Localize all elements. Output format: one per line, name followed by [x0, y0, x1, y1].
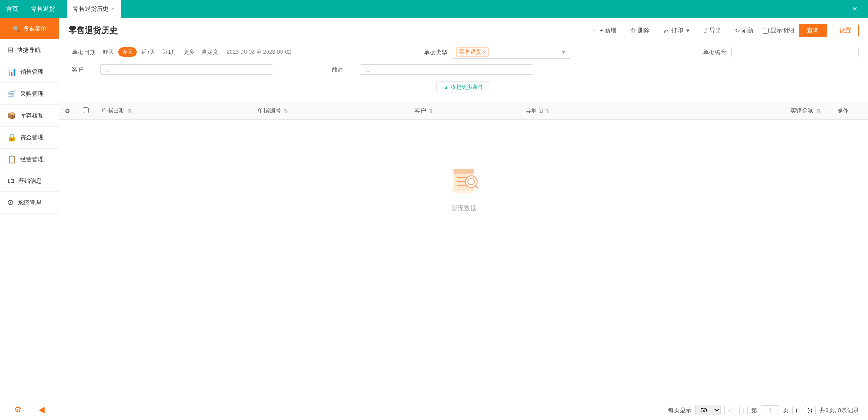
content-area: 零售退货历史 ＋ + 新增 🗑 删除 🖨 打印 ▼ [59, 18, 868, 420]
doc-no-label: 单据编号 [699, 48, 731, 56]
empty-state: 暂无数据 [59, 120, 868, 249]
tab-retail-return[interactable]: 零售退货 × [25, 0, 67, 18]
type-select[interactable]: 零售退货 × ▼ [452, 46, 570, 59]
col-doc-date[interactable]: 单据日期 ⇅ [96, 102, 252, 120]
col-customer[interactable]: 客户 ⇅ [409, 102, 520, 120]
close-tab-retail-return-history[interactable]: × [111, 6, 114, 12]
table-settings-icon[interactable]: ⚙ [65, 108, 70, 114]
search-menu[interactable]: 🔍 搜索菜单 [0, 18, 59, 39]
date-opt-1month[interactable]: 近1月 [160, 47, 180, 57]
finance-icon: 🔒 [7, 133, 16, 142]
refresh-icon: ↻ [735, 27, 740, 34]
sidebar-item-purchase-mgmt[interactable]: 🛒 采购管理 [0, 83, 59, 105]
doc-no-sort-icon[interactable]: ⇅ [284, 108, 288, 113]
table-container: ⚙ 单据日期 ⇅ 单据编号 ⇅ [59, 102, 868, 400]
delete-button[interactable]: 🗑 删除 [626, 24, 654, 37]
inventory-icon: 📦 [7, 111, 16, 120]
collapse-icon: ▲ [444, 84, 449, 91]
new-button[interactable]: ＋ + 新增 [587, 24, 621, 37]
close-window-button[interactable]: × [848, 5, 861, 14]
settings-bottom-icon[interactable]: ⚙ [14, 405, 21, 415]
print-dropdown-icon: ▼ [685, 27, 691, 34]
show-detail-checkbox[interactable] [763, 28, 769, 34]
svg-line-8 [475, 186, 478, 188]
doc-no-input[interactable] [731, 47, 859, 57]
goods-placeholder: ... [364, 66, 529, 73]
collapse-filter-button[interactable]: ▲ 收起更多条件 [436, 81, 492, 93]
toolbar: ＋ + 新增 🗑 删除 🖨 打印 ▼ ⤴ 导出 [587, 24, 859, 37]
date-options: 昨天 今天 近7天 近1月 更多 自定义 2023-06-02 至 2023-0… [100, 47, 291, 57]
main-layout: 🔍 搜索菜单 ⊞ 快捷导航 📊 销售管理 🛒 采购管理 📦 库存核算 🔒 资金管… [0, 18, 868, 420]
prev-page-button[interactable]: ⟨ [739, 406, 748, 415]
top-bar: 首页 零售退货 × 零售退货历史 × × [0, 0, 868, 18]
sidebar-item-operation-mgmt[interactable]: 📋 经营管理 [0, 149, 59, 170]
filter-row-date: 单据日期 昨天 今天 近7天 近1月 更多 自定义 2023-06-02 至 2… [68, 43, 859, 61]
type-tag-remove[interactable]: × [483, 50, 486, 55]
type-label: 单据类型 [420, 48, 452, 56]
goods-label: 商品 [328, 66, 360, 74]
search-icon: 🔍 [13, 26, 20, 32]
data-table: ⚙ 单据日期 ⇅ 单据编号 ⇅ [59, 102, 868, 249]
tab-home[interactable]: 首页 [0, 0, 25, 18]
goods-select[interactable]: ... [360, 64, 533, 75]
refresh-button[interactable]: ↻ 刷新 [730, 24, 758, 37]
last-page-button[interactable]: ⟩⟩ [805, 406, 816, 415]
sidebar-item-basic-info[interactable]: 🗂 基础信息 [0, 170, 59, 192]
tab-retail-return-history[interactable]: 零售退货历史 × [67, 0, 120, 18]
customer-select[interactable]: ... [100, 64, 273, 75]
page-suffix: 页 [783, 406, 789, 415]
col-checkbox[interactable] [77, 102, 96, 120]
sidebar-item-sales-mgmt[interactable]: 📊 销售管理 [0, 61, 59, 83]
page-title: 零售退货历史 [68, 25, 118, 36]
date-label: 单据日期 [68, 48, 100, 56]
amount-sort-icon[interactable]: ⇅ [817, 108, 821, 113]
sidebar-item-system-mgmt[interactable]: ⚙ 系统管理 [0, 192, 59, 214]
doc-date-sort-icon[interactable]: ⇅ [128, 108, 132, 113]
next-page-button[interactable]: ⟩ [792, 406, 801, 415]
customer-label: 客户 [68, 66, 100, 74]
page-size-select[interactable]: 20 50 100 [695, 405, 721, 415]
first-page-button[interactable]: ⟨⟨ [724, 406, 735, 415]
print-icon: 🖨 [663, 27, 669, 34]
page-number-input[interactable] [761, 405, 779, 415]
date-opt-7days[interactable]: 近7天 [139, 47, 158, 57]
page-size-label: 每页显示 [668, 406, 692, 415]
date-opt-custom[interactable]: 自定义 [199, 47, 221, 57]
sidebar-item-quick-nav[interactable]: ⊞ 快捷导航 [0, 39, 59, 61]
sidebar-bottom: ⚙ ◀ [0, 399, 59, 420]
query-button[interactable]: 查询 [799, 24, 827, 37]
sidebar-item-finance-mgmt[interactable]: 🔒 资金管理 [0, 127, 59, 149]
col-actual-amount[interactable]: 实销金额 ⇅ [654, 102, 832, 120]
date-opt-yesterday[interactable]: 昨天 [100, 47, 117, 57]
customer-sort-icon[interactable]: ⇅ [429, 108, 433, 113]
type-tag: 零售退货 × [456, 47, 489, 57]
quick-nav-icon: ⊞ [7, 46, 13, 54]
date-opt-more[interactable]: 更多 [181, 47, 197, 57]
col-guide[interactable]: 导购员 ⇅ [520, 102, 654, 120]
select-all-checkbox[interactable] [83, 107, 89, 113]
filter-area: 单据日期 昨天 今天 近7天 近1月 更多 自定义 2023-06-02 至 2… [68, 43, 859, 102]
pagination-bar: 每页显示 20 50 100 ⟨⟨ ⟨ 第 页 ⟩ ⟩⟩ 共0页, 0条记录 [59, 400, 868, 420]
col-doc-no[interactable]: 单据编号 ⇅ [252, 102, 408, 120]
sidebar-item-inventory-check[interactable]: 📦 库存核算 [0, 105, 59, 127]
setting-button[interactable]: 设置 [832, 24, 859, 37]
export-icon: ⤴ [704, 27, 708, 34]
col-settings[interactable]: ⚙ [59, 102, 77, 120]
sidebar: 🔍 搜索菜单 ⊞ 快捷导航 📊 销售管理 🛒 采购管理 📦 库存核算 🔒 资金管… [0, 18, 59, 420]
system-icon: ⚙ [7, 198, 14, 207]
page-header: 零售退货历史 ＋ + 新增 🗑 删除 🖨 打印 ▼ [59, 18, 868, 102]
empty-text: 暂无数据 [451, 205, 477, 213]
date-opt-today[interactable]: 今天 [118, 47, 137, 57]
export-button[interactable]: ⤴ 导出 [700, 24, 726, 37]
svg-rect-2 [453, 169, 474, 174]
collapse-sidebar-icon[interactable]: ◀ [38, 405, 45, 415]
col-actions: 操作 [832, 102, 868, 120]
delete-icon: 🗑 [630, 27, 636, 34]
empty-icon [443, 156, 484, 197]
guide-sort-icon[interactable]: ⇅ [546, 108, 550, 113]
close-tab-retail-return[interactable]: × [57, 6, 60, 12]
print-button[interactable]: 🖨 打印 ▼ [659, 24, 695, 37]
show-detail-checkbox-label[interactable]: 显示明细 [763, 26, 794, 35]
type-dropdown-icon: ▼ [560, 49, 566, 56]
operation-icon: 📋 [7, 155, 16, 164]
